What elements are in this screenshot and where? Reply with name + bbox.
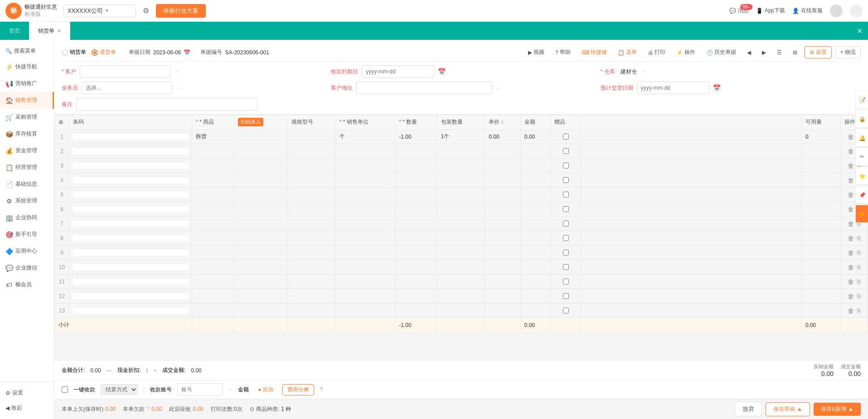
warehouse-dots-button[interactable]: ···: [642, 68, 647, 75]
delete-row-icon[interactable]: 🗑: [848, 264, 854, 271]
row-gift-8[interactable]: [551, 231, 581, 246]
one-click-payment-checkbox[interactable]: [62, 386, 68, 393]
delete-row-icon[interactable]: 🗑: [848, 191, 854, 198]
calc-method-select[interactable]: 结算方式: [101, 384, 138, 395]
row-product-11[interactable]: [192, 275, 234, 289]
row-barcode-8[interactable]: [69, 231, 192, 246]
video-button[interactable]: ▶ 视频: [524, 47, 548, 58]
row-gift-12[interactable]: [551, 289, 581, 303]
sidebar-item-enterprise[interactable]: 🏢 企业协同: [0, 209, 54, 226]
tab-home[interactable]: 首页: [0, 22, 29, 40]
row-spec-1[interactable]: [288, 130, 336, 144]
row-qty-13[interactable]: [395, 303, 437, 318]
row-gift-1[interactable]: [551, 130, 581, 144]
row-product-9[interactable]: [192, 246, 234, 260]
row-gift-2[interactable]: [551, 144, 581, 159]
payment-due-calendar-icon[interactable]: 📅: [438, 68, 446, 75]
col-scan-header[interactable]: 扫码录入: [234, 115, 288, 130]
row-price-12[interactable]: [485, 289, 520, 303]
row-product-5[interactable]: [192, 188, 234, 202]
select-order-button[interactable]: 📋 选单: [614, 47, 640, 58]
rf-star-button[interactable]: ⭐: [855, 167, 868, 185]
row-spec-3[interactable]: [288, 159, 336, 173]
discard-button[interactable]: 放弃: [735, 402, 762, 416]
fee-split-button[interactable]: 费用分摊: [282, 384, 314, 395]
row-product-2[interactable]: [192, 144, 234, 159]
avatar2[interactable]: [850, 5, 863, 17]
sidebar-item-operations[interactable]: 📋 经营管理: [0, 159, 54, 176]
fee-help-icon[interactable]: ?: [320, 386, 323, 393]
row-qty-6[interactable]: [395, 202, 437, 217]
row-price-4[interactable]: [485, 173, 520, 188]
calendar-icon[interactable]: 📅: [184, 49, 190, 56]
row-gift-4[interactable]: [551, 173, 581, 188]
avatar[interactable]: [830, 5, 843, 17]
row-price-5[interactable]: [485, 188, 520, 202]
copy-row-icon[interactable]: ⎘: [857, 293, 861, 300]
row-spec-13[interactable]: [288, 303, 336, 318]
col-settings-header[interactable]: ⚙: [55, 115, 69, 130]
row-barcode-7[interactable]: [69, 217, 192, 231]
row-price-9[interactable]: [485, 246, 520, 260]
add-payment-button[interactable]: ● 添加: [254, 384, 277, 395]
delete-row-icon[interactable]: 🗑: [848, 307, 854, 314]
delete-row-icon[interactable]: 🗑: [848, 235, 854, 242]
addr-dots-button[interactable]: ···: [496, 85, 500, 91]
copy-row-icon[interactable]: ⎘: [857, 235, 861, 242]
payment-due-input[interactable]: [362, 65, 434, 78]
row-product-8[interactable]: [192, 231, 234, 246]
shortcut-button[interactable]: ⌨ 快捷键: [578, 47, 611, 58]
row-spec-7[interactable]: [288, 217, 336, 231]
row-product-3[interactable]: [192, 159, 234, 173]
row-gift-13[interactable]: [551, 303, 581, 318]
operate-button[interactable]: ⚡ 操作: [673, 47, 699, 58]
row-qty-11[interactable]: [395, 275, 437, 289]
rf-pin-button[interactable]: 📌: [855, 186, 868, 204]
row-spec-12[interactable]: [288, 289, 336, 303]
rf-edit-button[interactable]: ✏: [855, 148, 868, 166]
expected-date-calendar-icon[interactable]: 📅: [713, 84, 721, 92]
row-price-7[interactable]: [485, 217, 520, 231]
row-price-11[interactable]: [485, 275, 520, 289]
row-qty-7[interactable]: [395, 217, 437, 231]
row-spec-9[interactable]: [288, 246, 336, 260]
row-barcode-2[interactable]: [69, 144, 192, 159]
row-spec-4[interactable]: [288, 173, 336, 188]
customer-input[interactable]: [80, 65, 170, 78]
save-new-button[interactable]: 保存&新增 ▲: [814, 403, 861, 416]
delete-row-icon[interactable]: 🗑: [848, 206, 854, 213]
delete-row-icon[interactable]: 🗑: [848, 162, 854, 169]
salesperson-input[interactable]: [82, 82, 172, 94]
rf-orange-button[interactable]: 🔶: [855, 205, 868, 223]
expected-date-input[interactable]: [637, 82, 709, 94]
nav-next-button[interactable]: ▶: [758, 48, 770, 58]
row-price-3[interactable]: [485, 159, 520, 173]
row-qty-5[interactable]: [395, 188, 437, 202]
account-dots-button[interactable]: ···: [228, 386, 233, 393]
row-qty-12[interactable]: [395, 289, 437, 303]
message-button[interactable]: 💬 消息 99+: [729, 7, 749, 14]
sidebar-settings-button[interactable]: ⚙ 设置: [0, 385, 54, 400]
row-spec-8[interactable]: [288, 231, 336, 246]
row-barcode-9[interactable]: [69, 246, 192, 260]
row-barcode-4[interactable]: [69, 173, 192, 188]
row-price-8[interactable]: [485, 231, 520, 246]
row-product-12[interactable]: [192, 289, 234, 303]
sidebar-item-wechat[interactable]: 💬 企业微信: [0, 260, 54, 276]
copy-row-icon[interactable]: ⎘: [857, 278, 861, 285]
company-selector[interactable]: XXXXXX公司 ▼: [63, 5, 136, 17]
row-spec-11[interactable]: [288, 275, 336, 289]
row-product-1[interactable]: 拆货: [192, 130, 234, 144]
delete-row-icon[interactable]: 🗑: [848, 249, 854, 256]
row-product-10[interactable]: [192, 260, 234, 275]
logistics-button[interactable]: + 物流: [835, 46, 861, 58]
print-button[interactable]: 🖨 打印: [644, 47, 669, 58]
row-barcode-11[interactable]: [69, 275, 192, 289]
delete-row-icon[interactable]: 🗑: [848, 220, 854, 227]
radio-return[interactable]: 退货单: [92, 48, 116, 56]
sidebar-item-apps[interactable]: 🔷 应用中心: [0, 243, 54, 260]
row-qty-3[interactable]: [395, 159, 437, 173]
sidebar-item-inventory[interactable]: 📦 库存核算: [0, 125, 54, 142]
row-barcode-13[interactable]: [69, 303, 192, 318]
app-download-button[interactable]: 📱 App下载: [756, 7, 785, 14]
